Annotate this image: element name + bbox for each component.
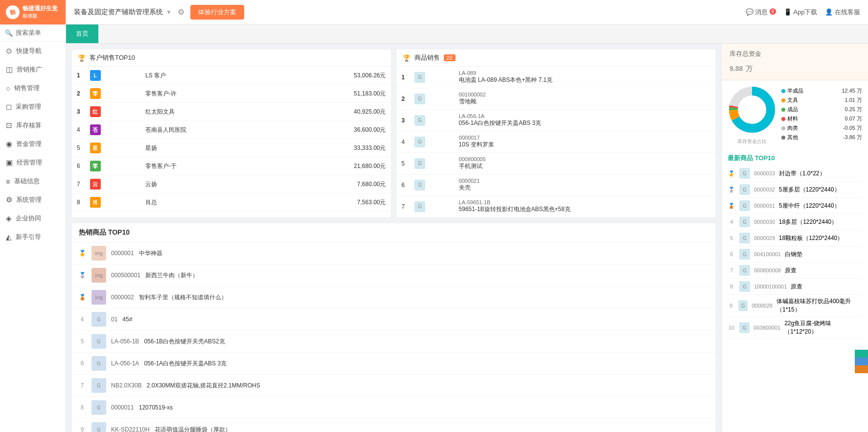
avatar: 苍: [90, 124, 101, 135]
sidebar-item-inventory[interactable]: ⊡ 库存核算: [0, 116, 66, 135]
settings-icon[interactable]: ⚙: [178, 7, 184, 17]
search-menu[interactable]: 🔍 搜索菜单: [0, 24, 66, 42]
product-info-cell: LA-056-1A056-1A白色按键开关盖ABS 3克: [454, 110, 715, 131]
table-row: 1 L LS 客户 53,006.26元: [72, 67, 391, 85]
system-title: 装备及固定资产辅助管理系统 ▼: [74, 8, 172, 17]
table-row: 1 G LA-089电池盖 LA-089 ABS本色+黑种 7.1克: [397, 67, 716, 88]
sidebar-item-operations[interactable]: ▣ 经营管理: [0, 153, 66, 172]
notice-item[interactable]: 💬 消息 6: [746, 8, 777, 17]
product-icon: G: [739, 168, 750, 179]
rank-cell: 1: [397, 67, 410, 88]
tab-home[interactable]: 首页: [66, 24, 98, 43]
enterprise-icon: ◈: [6, 214, 12, 223]
table-row: 7 云 云扬 7,680.00元: [72, 175, 391, 193]
table-row: 4 苍 苍南县人民医院 36,600.00元: [72, 121, 391, 139]
list-item: 🥉 G 0000031 5厘中纤（1220*2440）: [728, 198, 862, 214]
avatar: 肖: [90, 197, 101, 208]
content: 🏆 客户销售TOP10 1 L LS 客户 53,006.26元: [66, 44, 868, 432]
sidebar-item-quick-nav[interactable]: ⊙ 快捷导航: [0, 42, 66, 60]
rank-cell: 4: [72, 121, 85, 139]
hot-rank: 5: [78, 338, 87, 345]
product-icon-cell: G: [410, 110, 454, 131]
customer-name-cell: 苍南县人民医院: [140, 121, 278, 139]
donut-chart: [728, 85, 777, 134]
chevron-down-icon[interactable]: ▼: [166, 9, 172, 16]
rank-cell: 2: [397, 88, 410, 110]
legend-item-roulei: 肉类 -0.05 万: [781, 124, 862, 132]
float-btn-service-community[interactable]: 服务社区: [855, 358, 868, 365]
customer-avatar-cell: 云: [85, 175, 140, 193]
sidebar-item-finance[interactable]: ◉ 资金管理: [0, 135, 66, 153]
product-name: 12070519-xs: [139, 404, 173, 411]
list-item: 9 G 0000028 体碱嘉枝味苏打饮品400毫升（1*15）: [728, 295, 862, 317]
customer-name-cell: LS 客户: [140, 67, 278, 85]
customer-top10-table: 1 L LS 客户 53,006.26元 2 零 零售客户-许 51,183.0…: [72, 67, 391, 212]
top-bar-right: 💬 消息 6 📱 App下载 👤 在线客服: [746, 8, 860, 17]
sidebar-item-purchase[interactable]: ◻ 采购管理: [0, 97, 66, 116]
amount-cell: 21,680.00元: [278, 157, 391, 175]
float-buttons: 客服热线 服务社区 直播: [855, 350, 868, 373]
product-code: 0000002: [111, 294, 134, 301]
amount-cell: 36,600.00元: [278, 121, 391, 139]
new-products-section: 最新商品 TOP10 🥇 G 0000033 封边带（1.0*22） 🥈 G 0…: [722, 150, 868, 339]
donut-wrapper: 库存资金占比: [728, 85, 777, 145]
inventory-value: 9.88: [730, 65, 743, 72]
hot-rank: 6: [78, 360, 87, 367]
customer-avatar-cell: 星: [85, 139, 140, 157]
sidebar-item-guide[interactable]: ◭ 新手引导: [0, 228, 66, 246]
product-info-cell: LA-089电池盖 LA-089 ABS本色+黑种 7.1克: [454, 67, 715, 88]
inventory-amount: 9.88 万: [730, 61, 860, 74]
list-item: 🥈 img 000500001 新西兰牛肉（新牛）: [72, 264, 715, 287]
sidebar-logo: 畅 畅捷通好生意 标准版: [0, 0, 66, 24]
trophy-icon: 🏆: [78, 54, 86, 62]
customer-name-cell: 星扬: [140, 139, 278, 157]
product-icon: G: [739, 233, 750, 243]
customer-avatar-cell: 红: [85, 103, 140, 121]
sidebar-item-marketing[interactable]: ◫ 营销推广: [0, 60, 66, 79]
list-item: 🥈 G 0000032 5厘多层（1220*2440）: [728, 182, 862, 198]
top-bar: 装备及固定资产辅助管理系统 ▼ ⚙ 体验行业方案 💬 消息 6 📱 App下载 …: [66, 0, 868, 24]
sidebar-item-enterprise[interactable]: ◈ 企业协同: [0, 209, 66, 228]
product-name: 花语萌值温分腿睡袋（厚款）: [155, 426, 231, 432]
product-code: 0000011: [111, 404, 134, 411]
quick-nav-label: 快捷导航: [16, 47, 42, 55]
product-code: 000500001: [111, 272, 140, 279]
rank-cell: 4: [397, 131, 410, 153]
operations-label: 经营管理: [17, 158, 42, 167]
product-info-cell: 000800005手机测试: [454, 153, 715, 174]
product-sales-title: 商品销售: [414, 53, 440, 62]
online-service[interactable]: 👤 在线客服: [825, 8, 860, 17]
rank-cell: 5: [72, 139, 85, 157]
sidebar-item-sales[interactable]: ○ 销售管理: [0, 79, 66, 97]
sidebar-item-base-info[interactable]: ≡ 基础信息: [0, 172, 66, 191]
product-icon: G: [739, 200, 750, 211]
hot-rank: 7: [78, 382, 87, 389]
product-code: KK-SD22110H: [111, 426, 150, 432]
list-item: 🥉 img 0000002 智利车子里（规格不知道填什么）: [72, 287, 715, 309]
list-item: 🥇 G 0000033 封边带（1.0*22）: [728, 166, 862, 182]
product-info-cell: 0000021夹壳: [454, 174, 715, 196]
customer-avatar-cell: 零: [85, 157, 140, 175]
list-item: 8 G 10000100001 原查: [728, 279, 862, 295]
hot-products-list: 🥇 img 0000001 中华神器 🥈 img 000500001 新西兰牛肉…: [72, 242, 715, 432]
product-name: 056-1B白色按键开关壳ABS2克: [144, 337, 225, 346]
trial-button[interactable]: 体验行业方案: [190, 5, 244, 20]
base-info-icon: ≡: [6, 177, 10, 186]
sales-icon: ○: [6, 84, 10, 93]
rank-cell: 8: [72, 193, 85, 212]
float-btn-live[interactable]: 直播: [855, 365, 868, 373]
list-item: 5 G LA-056-1B 056-1B白色按键开关壳ABS2克: [72, 331, 715, 353]
inventory-total-section: 库存总资金 9.88 万: [722, 44, 868, 80]
system-label: 系统管理: [16, 195, 42, 204]
rank-cell: 1: [72, 67, 85, 85]
hot-products-header: 热销商品 TOP10: [72, 223, 715, 242]
rank-cell: 3: [397, 110, 410, 131]
app-download[interactable]: 📱 App下载: [784, 8, 817, 17]
customer-avatar-cell: 苍: [85, 121, 140, 139]
list-item: 4 G 01 45#: [72, 309, 715, 331]
table-row: 6 零 零售客户-于 21,680.00元: [72, 157, 391, 175]
legend-item-chengpin: 成品 0.25 万: [781, 106, 862, 113]
customer-avatar-cell: 零: [85, 85, 140, 103]
float-btn-customer-service[interactable]: 客服热线: [855, 350, 868, 358]
sidebar-item-system[interactable]: ⚙ 系统管理: [0, 191, 66, 209]
